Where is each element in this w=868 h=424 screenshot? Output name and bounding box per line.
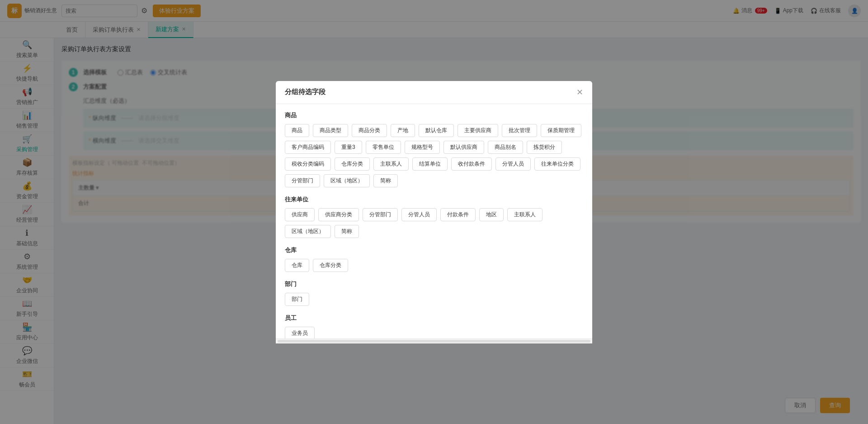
staff-fields: 业务员 bbox=[285, 327, 583, 338]
field-main-contact[interactable]: 主联系人 bbox=[373, 157, 409, 171]
section-staff: 员工 业务员 bbox=[285, 314, 583, 338]
field-default-warehouse[interactable]: 默认仓库 bbox=[419, 124, 454, 137]
department-fields: 部门 bbox=[285, 293, 583, 306]
field-pick-points[interactable]: 拣货积分 bbox=[527, 141, 562, 154]
section-department-title: 部门 bbox=[285, 280, 583, 288]
hscroll-thumb bbox=[278, 340, 590, 343]
field-spec-model[interactable]: 规格型号 bbox=[405, 141, 440, 154]
field-supervisor[interactable]: 分管人员 bbox=[495, 157, 531, 171]
field-goods[interactable]: 商品 bbox=[285, 124, 309, 137]
section-warehouse: 仓库 仓库 仓库分类 bbox=[285, 246, 583, 272]
modal-title: 分组待选字段 bbox=[285, 88, 326, 96]
field-partner-dept[interactable]: 分管部门 bbox=[363, 208, 398, 221]
modal-overlay: 分组待选字段 ✕ 商品 商品 商品类型 商品分类 产地 默认仓库 主要供应商 批… bbox=[0, 0, 868, 424]
field-partner-supervisor[interactable]: 分管人员 bbox=[401, 208, 437, 221]
field-tax-code[interactable]: 税收分类编码 bbox=[285, 157, 331, 171]
field-short-name-partner[interactable]: 简称 bbox=[335, 225, 359, 238]
modal-horizontal-scrollbar[interactable] bbox=[276, 338, 592, 343]
field-main-contact-partner[interactable]: 主联系人 bbox=[507, 208, 542, 221]
section-goods-title: 商品 bbox=[285, 111, 583, 119]
partner-fields: 供应商 供应商分类 分管部门 分管人员 付款条件 地区 主联系人 区域（地区） … bbox=[285, 208, 583, 238]
field-customer-code[interactable]: 客户商品编码 bbox=[285, 141, 331, 154]
field-supplier-category[interactable]: 供应商分类 bbox=[318, 208, 359, 221]
modal-close-button[interactable]: ✕ bbox=[576, 87, 583, 97]
field-settlement-unit[interactable]: 结算单位 bbox=[412, 157, 448, 171]
field-short-name-goods[interactable]: 简称 bbox=[373, 174, 398, 187]
field-batch-mgmt[interactable]: 批次管理 bbox=[502, 124, 537, 137]
field-goods-type[interactable]: 商品类型 bbox=[313, 124, 348, 137]
field-warehouse-class[interactable]: 仓库分类 bbox=[313, 259, 348, 272]
section-partner: 往来单位 供应商 供应商分类 分管部门 分管人员 付款条件 地区 主联系人 区域… bbox=[285, 195, 583, 238]
field-goods-alias[interactable]: 商品别名 bbox=[488, 141, 523, 154]
section-warehouse-title: 仓库 bbox=[285, 246, 583, 254]
field-goods-category[interactable]: 商品分类 bbox=[352, 124, 387, 137]
field-partner-category[interactable]: 往来单位分类 bbox=[534, 157, 580, 171]
field-region-partner[interactable]: 区域（地区） bbox=[285, 225, 331, 238]
field-area[interactable]: 地区 bbox=[479, 208, 504, 221]
field-origin[interactable]: 产地 bbox=[391, 124, 415, 137]
field-payment-terms[interactable]: 收付款条件 bbox=[451, 157, 492, 171]
modal-body[interactable]: 商品 商品 商品类型 商品分类 产地 默认仓库 主要供应商 批次管理 保质期管理… bbox=[276, 104, 592, 338]
field-region-goods[interactable]: 区域（地区） bbox=[324, 174, 370, 187]
modal-header: 分组待选字段 ✕ bbox=[276, 81, 592, 104]
section-staff-title: 员工 bbox=[285, 314, 583, 322]
field-salesperson[interactable]: 业务员 bbox=[285, 327, 315, 338]
goods-fields: 商品 商品类型 商品分类 产地 默认仓库 主要供应商 批次管理 保质期管理 客户… bbox=[285, 124, 583, 187]
section-department: 部门 部门 bbox=[285, 280, 583, 306]
field-main-supplier[interactable]: 主要供应商 bbox=[458, 124, 498, 137]
field-retail-unit[interactable]: 零售单位 bbox=[366, 141, 401, 154]
field-warehouse-category[interactable]: 仓库分类 bbox=[335, 157, 370, 171]
section-partner-title: 往来单位 bbox=[285, 195, 583, 204]
field-dept-supervisor[interactable]: 分管部门 bbox=[285, 174, 320, 187]
field-shelf-life[interactable]: 保质期管理 bbox=[541, 124, 581, 137]
section-goods: 商品 商品 商品类型 商品分类 产地 默认仓库 主要供应商 批次管理 保质期管理… bbox=[285, 111, 583, 187]
field-payment-cond[interactable]: 付款条件 bbox=[440, 208, 476, 221]
field-weight[interactable]: 重量3 bbox=[335, 141, 362, 154]
field-select-modal: 分组待选字段 ✕ 商品 商品 商品类型 商品分类 产地 默认仓库 主要供应商 批… bbox=[276, 81, 592, 343]
warehouse-fields: 仓库 仓库分类 bbox=[285, 259, 583, 272]
field-department[interactable]: 部门 bbox=[285, 293, 309, 306]
field-default-supplier[interactable]: 默认供应商 bbox=[443, 141, 484, 154]
field-warehouse[interactable]: 仓库 bbox=[285, 259, 309, 272]
field-supplier[interactable]: 供应商 bbox=[285, 208, 315, 221]
